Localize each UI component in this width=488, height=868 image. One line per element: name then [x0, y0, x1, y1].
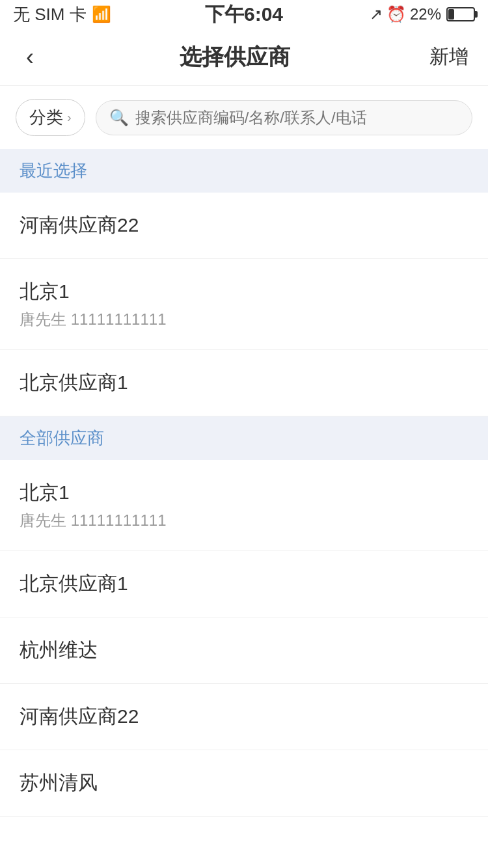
status-time: 下午6:04 — [205, 1, 283, 28]
list-item[interactable]: 北京供应商1 — [0, 350, 488, 416]
chevron-right-icon: › — [67, 110, 72, 125]
category-button[interactable]: 分类 › — [16, 99, 85, 136]
item-name: 河南供应商22 — [20, 703, 468, 730]
item-name: 杭州维达 — [20, 637, 468, 664]
carrier-text: 无 SIM 卡 — [13, 3, 87, 26]
battery-text: 22% — [410, 5, 441, 23]
add-button[interactable]: 新增 — [429, 44, 468, 70]
search-input[interactable] — [135, 109, 459, 127]
all-section-label: 全部供应商 — [20, 428, 104, 448]
recent-section-header: 最近选择 — [0, 149, 488, 193]
list-item[interactable]: 河南供应商22 — [0, 193, 488, 259]
status-bar: 无 SIM 卡 📶 下午6:04 ↗ ⏰ 22% — [0, 0, 488, 29]
all-section-header: 全部供应商 — [0, 416, 488, 460]
item-name: 河南供应商22 — [20, 212, 468, 239]
recent-section-label: 最近选择 — [20, 161, 87, 180]
list-item[interactable]: 河南供应商22 — [0, 684, 488, 750]
search-box: 🔍 — [96, 100, 472, 135]
alarm-icon: ⏰ — [386, 5, 406, 23]
status-carrier: 无 SIM 卡 📶 — [13, 3, 111, 26]
nav-bar: ‹ 选择供应商 新增 — [0, 29, 488, 86]
list-item[interactable]: 北京1唐先生 11111111111 — [0, 259, 488, 350]
item-name: 北京1 — [20, 278, 468, 305]
item-name: 苏州清风 — [20, 770, 468, 796]
list-item[interactable]: 北京1唐先生 11111111111 — [0, 460, 488, 551]
item-name: 北京1 — [20, 480, 468, 506]
recent-list: 河南供应商22北京1唐先生 11111111111北京供应商1 — [0, 193, 488, 416]
back-button[interactable]: ‹ — [20, 37, 40, 77]
item-name: 北京供应商1 — [20, 370, 468, 396]
battery-icon — [446, 7, 475, 21]
search-icon: 🔍 — [109, 109, 129, 127]
item-sub: 唐先生 11111111111 — [20, 510, 468, 531]
wifi-icon: 📶 — [92, 5, 111, 23]
list-item[interactable]: 杭州维达 — [0, 617, 488, 684]
search-area: 分类 › 🔍 — [0, 86, 488, 149]
item-sub: 唐先生 11111111111 — [20, 309, 468, 330]
all-list: 北京1唐先生 11111111111北京供应商1杭州维达河南供应商22苏州清风 — [0, 460, 488, 817]
list-item[interactable]: 苏州清风 — [0, 750, 488, 817]
status-right: ↗ ⏰ 22% — [370, 5, 475, 23]
list-item[interactable]: 北京供应商1 — [0, 551, 488, 617]
category-label: 分类 — [29, 106, 63, 129]
location-icon: ↗ — [370, 5, 383, 23]
item-name: 北京供应商1 — [20, 571, 468, 597]
page-title: 选择供应商 — [180, 42, 290, 72]
